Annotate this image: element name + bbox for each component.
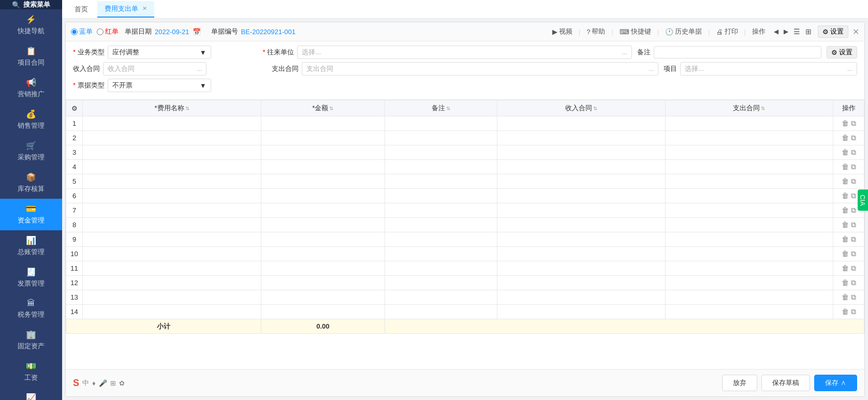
cell-remark-11[interactable]: [385, 261, 497, 276]
cell-expense-name-9[interactable]: [83, 232, 261, 247]
cell-remark-4[interactable]: [385, 160, 497, 174]
copy-icon-4[interactable]: ⧉: [851, 162, 856, 171]
cell-amount-10[interactable]: [261, 247, 385, 261]
cell-income-contract-1[interactable]: [497, 116, 665, 131]
sidebar-item-fixed-assets[interactable]: 🏢 固定资产: [0, 324, 62, 356]
cell-income-contract-7[interactable]: [497, 203, 665, 218]
cell-income-contract-3[interactable]: [497, 145, 665, 160]
sidebar-item-salary[interactable]: 💵 工资: [0, 356, 62, 388]
cell-income-contract-13[interactable]: [497, 290, 665, 305]
copy-icon-13[interactable]: ⧉: [851, 293, 856, 302]
cell-amount-4[interactable]: [261, 160, 385, 174]
copy-icon-8[interactable]: ⧉: [851, 220, 856, 229]
sidebar-item-project-contract[interactable]: 📋 项目合同: [0, 41, 62, 72]
sidebar-item-operation[interactable]: 📈 经营管理: [0, 388, 62, 400]
cell-expense-name-7[interactable]: [83, 203, 261, 218]
cell-amount-7[interactable]: [261, 203, 385, 218]
cell-expense-contract-14[interactable]: [665, 305, 833, 319]
delete-icon-12[interactable]: 🗑: [842, 278, 849, 287]
cell-expense-name-3[interactable]: [83, 145, 261, 160]
delete-icon-7[interactable]: 🗑: [842, 206, 849, 215]
cell-expense-contract-7[interactable]: [665, 203, 833, 218]
video-btn[interactable]: ▶ 视频: [550, 26, 575, 37]
cell-amount-6[interactable]: [261, 189, 385, 203]
cell-remark-7[interactable]: [385, 203, 497, 218]
close-btn[interactable]: ✕: [852, 27, 859, 37]
cell-remark-8[interactable]: [385, 218, 497, 232]
date-value[interactable]: 2022-09-21: [155, 28, 189, 36]
cell-income-contract-2[interactable]: [497, 131, 665, 145]
blue-single-label[interactable]: 蓝单: [71, 27, 93, 36]
cell-expense-contract-9[interactable]: [665, 232, 833, 247]
red-single-radio[interactable]: [97, 28, 104, 35]
tab-首页[interactable]: 首页: [67, 2, 95, 17]
ticket-type-select[interactable]: 不开票 ▼: [108, 79, 211, 92]
expense-contract-select[interactable]: 支出合同 ...: [302, 62, 659, 76]
nav-prev[interactable]: ◀: [772, 27, 781, 36]
remark-input[interactable]: [654, 46, 822, 58]
cell-expense-contract-4[interactable]: [665, 160, 833, 174]
cell-amount-11[interactable]: [261, 261, 385, 276]
cell-expense-name-5[interactable]: [83, 174, 261, 189]
cell-expense-name-11[interactable]: [83, 261, 261, 276]
sidebar-item-inventory[interactable]: 📦 库存核算: [0, 167, 62, 199]
copy-icon-3[interactable]: ⧉: [851, 148, 856, 157]
cell-remark-13[interactable]: [385, 290, 497, 305]
save-btn[interactable]: 保存 ∧: [814, 375, 857, 391]
blue-single-radio[interactable]: [71, 28, 78, 35]
delete-icon-4[interactable]: 🗑: [842, 162, 849, 171]
cell-amount-13[interactable]: [261, 290, 385, 305]
delete-icon-11[interactable]: 🗑: [842, 264, 849, 273]
cell-amount-8[interactable]: [261, 218, 385, 232]
cell-remark-6[interactable]: [385, 189, 497, 203]
delete-icon-1[interactable]: 🗑: [842, 119, 849, 128]
abandon-btn[interactable]: 放弃: [722, 375, 757, 391]
cell-income-contract-5[interactable]: [497, 174, 665, 189]
th-gear[interactable]: ⚙: [66, 100, 83, 116]
number-value[interactable]: BE-20220921-001: [241, 28, 296, 36]
cell-amount-9[interactable]: [261, 232, 385, 247]
cell-expense-name-14[interactable]: [83, 305, 261, 319]
sidebar-item-tax[interactable]: 🏛 税务管理: [0, 293, 62, 324]
cell-income-contract-12[interactable]: [497, 276, 665, 290]
cell-expense-name-4[interactable]: [83, 160, 261, 174]
copy-icon-9[interactable]: ⧉: [851, 235, 856, 244]
operation-btn[interactable]: 操作: [750, 26, 768, 37]
cell-expense-name-2[interactable]: [83, 131, 261, 145]
sidebar-item-marketing[interactable]: 📢 营销推广: [0, 72, 62, 104]
cell-income-contract-8[interactable]: [497, 218, 665, 232]
cell-amount-14[interactable]: [261, 305, 385, 319]
cell-income-contract-10[interactable]: [497, 247, 665, 261]
counterpart-select[interactable]: 选择... ...: [297, 46, 631, 59]
cell-remark-14[interactable]: [385, 305, 497, 319]
table-container[interactable]: ⚙ *费用名称 ⇅ *金额 ⇅: [66, 100, 864, 369]
delete-icon-5[interactable]: 🗑: [842, 177, 849, 186]
income-contract-select[interactable]: 收入合同 ...: [103, 62, 207, 76]
cell-remark-12[interactable]: [385, 276, 497, 290]
cell-expense-name-1[interactable]: [83, 116, 261, 131]
cell-remark-2[interactable]: [385, 131, 497, 145]
nav-grid[interactable]: ⊞: [803, 26, 814, 37]
sidebar-item-capital[interactable]: 💳 资金管理: [0, 199, 62, 230]
print-btn[interactable]: 🖨 打印: [714, 26, 740, 37]
copy-icon-11[interactable]: ⧉: [851, 264, 856, 273]
sidebar-item-accounting[interactable]: 📊 总账管理: [0, 230, 62, 262]
cell-remark-3[interactable]: [385, 145, 497, 160]
cell-expense-name-13[interactable]: [83, 290, 261, 305]
tab-close-费用支出单[interactable]: ✕: [142, 5, 147, 12]
cell-expense-name-10[interactable]: [83, 247, 261, 261]
th-expense-name[interactable]: *费用名称 ⇅: [83, 100, 261, 116]
cell-income-contract-14[interactable]: [497, 305, 665, 319]
cell-expense-contract-6[interactable]: [665, 189, 833, 203]
cell-remark-9[interactable]: [385, 232, 497, 247]
cell-expense-contract-11[interactable]: [665, 261, 833, 276]
copy-icon-12[interactable]: ⧉: [851, 278, 856, 287]
copy-icon-6[interactable]: ⧉: [851, 191, 856, 200]
th-amount[interactable]: *金额 ⇅: [261, 100, 385, 116]
cell-income-contract-9[interactable]: [497, 232, 665, 247]
cell-amount-5[interactable]: [261, 174, 385, 189]
cell-expense-contract-3[interactable]: [665, 145, 833, 160]
copy-icon-1[interactable]: ⧉: [851, 119, 856, 128]
cell-remark-1[interactable]: [385, 116, 497, 131]
cell-income-contract-11[interactable]: [497, 261, 665, 276]
